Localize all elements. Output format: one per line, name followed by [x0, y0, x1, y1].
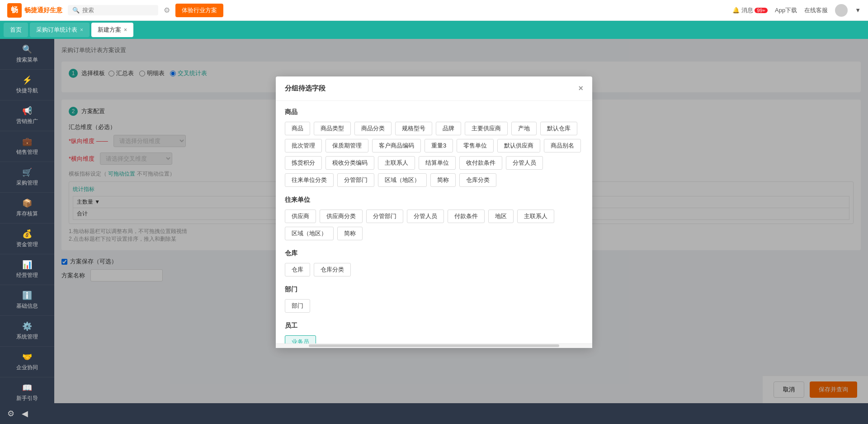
section-employee: 员工 业务员 [285, 322, 583, 344]
tag-supplier[interactable]: 供应商 [285, 210, 316, 223]
tag-dept-mgmt[interactable]: 分管部门 [337, 173, 374, 187]
tag-default-warehouse[interactable]: 默认仓库 [540, 122, 577, 135]
tab-purchase-stats-close[interactable]: × [80, 27, 83, 33]
modal-title: 分组待选字段 [285, 84, 326, 93]
online-service[interactable]: 在线客服 [804, 6, 828, 14]
tab-home-label: 首页 [10, 26, 22, 34]
tag-supplier-category[interactable]: 供应商分类 [320, 210, 363, 223]
section-warehouse: 仓库 仓库 仓库分类 [285, 249, 583, 276]
top-bar: 畅 畅捷通好生意 🔍 ⚙ 体验行业方案 🔔 消息 99+ App下载 在线客服 … [0, 0, 868, 21]
tag-product-alias[interactable]: 商品别名 [544, 139, 581, 152]
logo: 畅 畅捷通好生意 [7, 3, 62, 18]
tag-supervisor[interactable]: 分管人员 [506, 156, 543, 170]
tag-main-contact-partner[interactable]: 主联系人 [517, 210, 554, 223]
sidebar: 🔍 搜索菜单 ⚡ 快捷导航 📢 营销推广 💼 销售管理 🛒 采购管理 📦 库存核… [0, 39, 54, 424]
sidebar-item-sales[interactable]: 💼 销售管理 [0, 131, 54, 162]
basicinfo-icon: ℹ️ [22, 291, 32, 300]
section-product-tags: 商品 商品类型 商品分类 规格型号 品牌 主要供应商 产地 默认仓库 批次管理 … [285, 122, 583, 187]
tag-warehouse[interactable]: 仓库 [285, 263, 310, 276]
sidebar-item-search[interactable]: 🔍 搜索菜单 [0, 39, 54, 70]
bottom-toolbar: ⚙ ◀ [0, 403, 868, 424]
search-icon: 🔍 [72, 7, 80, 14]
bottom-settings-icon[interactable]: ⚙ [7, 409, 14, 419]
sidebar-item-quicknav[interactable]: ⚡ 快捷导航 [0, 70, 54, 100]
sidebar-item-system[interactable]: ⚙️ 系统管理 [0, 316, 54, 347]
tag-payment-condition[interactable]: 付款条件 [448, 210, 485, 223]
sidebar-item-collab[interactable]: 🤝 企业协同 [0, 347, 54, 377]
user-avatar[interactable] [835, 4, 848, 17]
tag-settlement-unit[interactable]: 结算单位 [419, 156, 456, 170]
tag-dept-partner[interactable]: 分管部门 [366, 210, 403, 223]
modal-horizontal-scrollbar[interactable] [276, 343, 592, 348]
tab-new-plan[interactable]: 新建方案 × [91, 23, 133, 37]
sidebar-item-system-label: 系统管理 [16, 333, 38, 341]
tag-weight[interactable]: 重量3 [425, 139, 453, 152]
tag-region-product[interactable]: 区域（地区） [378, 173, 427, 187]
tag-short-name[interactable]: 简称 [430, 173, 456, 187]
tag-product-type[interactable]: 商品类型 [314, 122, 351, 135]
quicknav-icon: ⚡ [22, 75, 32, 85]
sidebar-item-marketing[interactable]: 📢 营销推广 [0, 100, 54, 131]
sidebar-item-marketing-label: 营销推广 [16, 118, 38, 125]
modal-body: 商品 商品 商品类型 商品分类 规格型号 品牌 主要供应商 产地 默认仓库 批次… [276, 101, 592, 344]
tag-quality-mgmt[interactable]: 保质期管理 [326, 139, 368, 152]
tag-brand[interactable]: 品牌 [436, 122, 461, 135]
sidebar-item-collab-label: 企业协同 [16, 364, 38, 372]
notifications[interactable]: 🔔 消息 99+ [732, 6, 768, 14]
tab-home[interactable]: 首页 [4, 23, 28, 37]
tag-product-category[interactable]: 商品分类 [354, 122, 392, 135]
sidebar-item-basicinfo[interactable]: ℹ️ 基础信息 [0, 285, 54, 316]
collab-icon: 🤝 [22, 352, 32, 362]
experience-button[interactable]: 体验行业方案 [175, 4, 223, 17]
tag-product[interactable]: 商品 [285, 122, 310, 135]
tag-batch-mgmt[interactable]: 批次管理 [285, 139, 322, 152]
tag-main-contact[interactable]: 主联系人 [378, 156, 415, 170]
tag-main-supplier[interactable]: 主要供应商 [465, 122, 508, 135]
tag-person-partner[interactable]: 分管人员 [407, 210, 444, 223]
tag-pick-points[interactable]: 拣货积分 [285, 156, 322, 170]
sidebar-item-inventory[interactable]: 📦 库存核算 [0, 193, 54, 224]
system-icon: ⚙️ [22, 321, 32, 331]
top-bar-left: 畅 畅捷通好生意 🔍 ⚙ 体验行业方案 [7, 3, 223, 18]
sidebar-item-purchase[interactable]: 🛒 采购管理 [0, 162, 54, 193]
search-menu-icon: 🔍 [22, 44, 32, 54]
tab-purchase-stats[interactable]: 采购订单统计表 × [30, 23, 90, 37]
tab-new-plan-close[interactable]: × [124, 27, 127, 33]
tag-tax-code[interactable]: 税收分类编码 [326, 156, 374, 170]
tag-origin[interactable]: 产地 [511, 122, 537, 135]
modal-close-button[interactable]: × [578, 84, 583, 93]
settings-icon[interactable]: ⚙ [164, 6, 170, 14]
modal: 分组待选字段 × 商品 商品 商品类型 商品分类 规格型号 品牌 主要供应商 产… [276, 76, 592, 348]
notifications-badge: 99+ [755, 8, 768, 13]
sidebar-item-purchase-label: 采购管理 [16, 179, 38, 187]
sidebar-item-management[interactable]: 📊 经营管理 [0, 254, 54, 285]
tag-retail-unit[interactable]: 零售单位 [457, 139, 494, 152]
tag-payment-terms[interactable]: 收付款条件 [459, 156, 502, 170]
tag-dept[interactable]: 部门 [285, 299, 310, 313]
sidebar-item-finance[interactable]: 💰 资金管理 [0, 224, 54, 254]
tag-default-supplier[interactable]: 默认供应商 [497, 139, 540, 152]
tag-partner-category[interactable]: 往来单位分类 [285, 173, 334, 187]
search-input[interactable] [82, 7, 146, 14]
tag-salesperson[interactable]: 业务员 [285, 335, 316, 344]
sidebar-item-guide-label: 新手引导 [16, 395, 38, 402]
sales-icon: 💼 [22, 137, 32, 147]
management-icon: 📊 [22, 260, 32, 270]
bottom-audio-icon[interactable]: ◀ [22, 409, 28, 419]
tab-bar: 首页 采购订单统计表 × 新建方案 × [0, 21, 868, 39]
tag-warehouse-cat[interactable]: 仓库分类 [314, 263, 351, 276]
sidebar-item-finance-label: 资金管理 [16, 241, 38, 248]
tag-warehouse-category[interactable]: 仓库分类 [459, 173, 496, 187]
tag-customer-code[interactable]: 客户商品编码 [372, 139, 421, 152]
sidebar-item-management-label: 经营管理 [16, 272, 38, 279]
section-product: 商品 商品 商品类型 商品分类 规格型号 品牌 主要供应商 产地 默认仓库 批次… [285, 108, 583, 187]
section-dept-title: 部门 [285, 286, 583, 294]
tag-spec-model[interactable]: 规格型号 [395, 122, 432, 135]
tag-short-name-partner[interactable]: 简称 [337, 227, 363, 240]
user-menu-icon[interactable]: ▼ [855, 7, 861, 14]
app-download[interactable]: App下载 [775, 6, 797, 14]
tag-region-partner[interactable]: 区域（地区） [285, 227, 334, 240]
logo-icon: 畅 [7, 3, 22, 18]
section-employee-tags: 业务员 [285, 335, 583, 344]
tag-district[interactable]: 地区 [488, 210, 514, 223]
